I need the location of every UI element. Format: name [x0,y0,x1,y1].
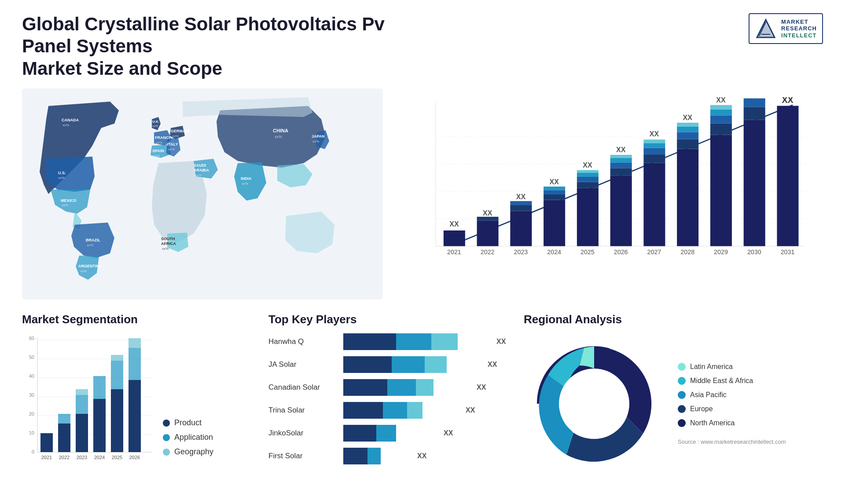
svg-rect-75 [643,139,665,143]
svg-text:XX: XX [583,161,592,169]
svg-text:XX: XX [516,193,526,201]
svg-text:XX: XX [483,209,492,217]
svg-text:XX: XX [650,130,659,138]
europe-dot [678,405,686,413]
product-dot [163,420,170,427]
legend-latin-america: Latin America [678,363,786,371]
svg-rect-125 [76,395,88,414]
svg-text:2022: 2022 [481,248,495,256]
svg-text:XX: XX [449,220,459,228]
svg-text:2021: 2021 [41,455,52,460]
legend-north-america: North America [678,419,786,427]
svg-rect-81 [677,123,698,127]
players-title: Top Key Players [268,313,515,326]
player-row: JA Solar XX [268,356,515,373]
bottom-section: Market Segmentation 0 10 20 30 40 [22,313,823,497]
player-name-4: Trina Solar [268,406,339,415]
map-section: CANADA xx% U.S. xx% MEXICO xx% BRAZIL [22,88,383,299]
svg-text:2029: 2029 [714,248,728,256]
regional-section: Regional Analysis [524,313,823,497]
svg-text:2023: 2023 [514,248,528,256]
svg-text:40: 40 [29,373,34,379]
svg-text:xx%: xx% [242,182,248,186]
svg-rect-55 [544,194,565,200]
svg-rect-50 [510,211,532,246]
asia-pacific-dot [678,391,686,399]
svg-text:xx%: xx% [275,135,282,139]
svg-rect-89 [744,120,765,246]
svg-rect-72 [643,154,665,163]
regional-title: Regional Analysis [524,313,823,326]
svg-text:xx%: xx% [80,269,87,273]
logo-text: MARKET RESEARCH INTELLECT [781,18,817,39]
player-row: First Solar XX [268,448,515,464]
svg-text:INDIA: INDIA [241,176,252,181]
seg-chart: 0 10 20 30 40 50 60 [22,333,154,474]
player-val-1: XX [496,338,506,346]
svg-rect-62 [577,173,599,177]
svg-text:2025: 2025 [580,248,595,256]
player-val-5: XX [444,429,453,437]
legend-middle-east: Middle East & Africa [678,377,786,385]
svg-text:2023: 2023 [77,455,87,460]
svg-text:ARABIA: ARABIA [194,168,209,172]
bar-chart-section: XX XX XX XX [392,88,823,299]
svg-rect-56 [544,190,565,194]
svg-text:2026: 2026 [129,455,140,460]
svg-rect-65 [610,175,632,246]
svg-rect-54 [544,200,565,246]
svg-text:xx%: xx% [87,243,93,247]
player-bar-6: XX [343,448,515,464]
svg-rect-69 [610,155,632,158]
svg-text:U.K.: U.K. [152,120,159,124]
svg-rect-60 [577,182,599,188]
player-bar-3: XX [343,379,515,396]
logo-icon [755,18,777,40]
svg-rect-61 [577,177,599,182]
svg-text:2022: 2022 [59,455,70,460]
svg-text:xx%: xx% [58,176,65,180]
svg-text:ARGENTINA: ARGENTINA [78,264,102,268]
svg-rect-121 [40,433,53,452]
svg-rect-93 [777,106,798,246]
player-val-2: XX [488,361,497,369]
page-title: Global Crystalline Solar Photovoltaics P… [22,13,396,80]
player-val-4: XX [466,406,475,414]
svg-rect-130 [111,361,123,389]
svg-rect-68 [610,158,632,163]
svg-text:2030: 2030 [747,248,761,256]
svg-text:xx%: xx% [62,203,68,207]
svg-rect-83 [710,135,732,246]
segmentation-section: Market Segmentation 0 10 20 30 40 [22,313,260,497]
svg-text:10: 10 [29,430,34,435]
donut-chart [524,333,665,474]
svg-rect-124 [76,414,88,452]
player-bar-5: XX [343,425,515,442]
svg-text:XX: XX [782,97,793,105]
player-val-6: XX [417,452,426,460]
svg-text:SAUDI: SAUDI [194,163,206,168]
svg-text:50: 50 [29,354,34,360]
svg-text:XX: XX [549,178,559,186]
player-bar-1: XX [343,333,515,350]
svg-rect-134 [129,338,141,348]
svg-text:2025: 2025 [112,455,122,460]
player-row: JinkoSolar XX [268,425,515,442]
svg-text:xx%: xx% [195,173,202,177]
application-dot [163,434,170,441]
svg-text:AFRICA: AFRICA [161,241,176,246]
north-america-dot [678,419,686,427]
logo: MARKET RESEARCH INTELLECT [749,13,823,44]
player-bar-4: XX [343,402,515,419]
svg-rect-77 [677,149,698,246]
svg-text:2027: 2027 [647,248,661,256]
world-map: CANADA xx% U.S. xx% MEXICO xx% BRAZIL [22,88,383,299]
svg-rect-67 [610,163,632,168]
svg-rect-73 [643,148,665,154]
svg-rect-51 [510,205,532,211]
svg-rect-45 [444,230,465,246]
player-name-6: First Solar [268,452,339,460]
player-row: Trina Solar XX [268,402,515,419]
svg-rect-90 [744,107,765,120]
svg-text:2021: 2021 [447,248,461,256]
